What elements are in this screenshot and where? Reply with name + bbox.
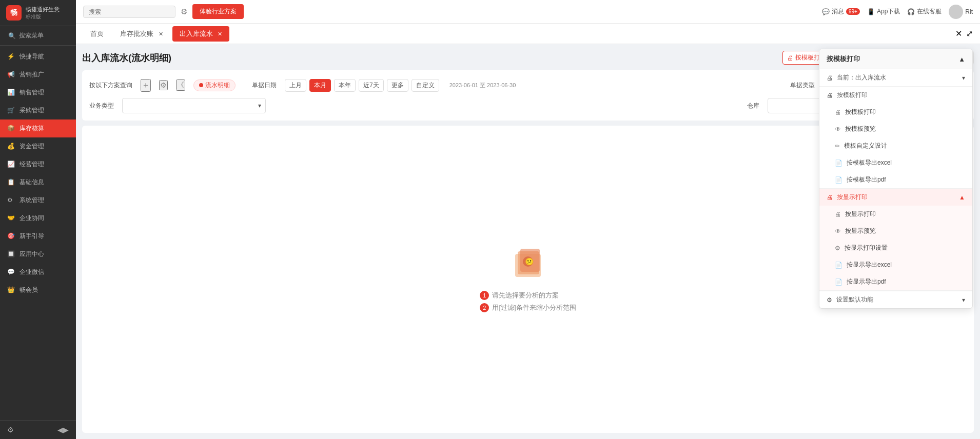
apps-icon: 🔲 [7, 250, 15, 258]
tab-batch[interactable]: 库存批次账 ✕ [113, 26, 170, 42]
sidebar-item-wechat[interactable]: 💬 企业微信 [0, 263, 76, 281]
display-pdf-icon: 📄 [835, 278, 842, 286]
sidebar-item-purchase[interactable]: 🛒 采购管理 [0, 102, 76, 119]
sidebar-item-system[interactable]: ⚙ 系统管理 [0, 191, 76, 209]
finance-icon: 💰 [7, 143, 15, 151]
sidebar-item-inventory[interactable]: 📦 库存核算 [0, 119, 76, 137]
dropdown-item-template-excel[interactable]: 📄 按模板导出excel [819, 154, 972, 171]
display-excel-icon: 📄 [835, 262, 842, 269]
topbar-right: 💬 消息 99+ 📱 App下载 🎧 在线客服 Rit [822, 5, 973, 19]
inventory-icon: 📦 [7, 125, 15, 133]
topbar-gear-icon[interactable]: ⚙ [181, 7, 187, 16]
default-icon: ⚙ [827, 296, 832, 304]
tab-flow[interactable]: 出入库流水 ✕ [172, 26, 230, 42]
empty-tips: 1 请先选择要分析的方案 2 用[过滤]条件来缩小分析范围 [480, 291, 576, 315]
set-default-button[interactable]: ⚙ 设置默认功能 ▾ [819, 291, 972, 308]
template-custom-icon: ✏ [835, 143, 840, 150]
sidebar-item-enterprise[interactable]: 🤝 企业协同 [0, 209, 76, 227]
dropdown-current-section: 🖨 当前：出入库流水 ▾ [819, 69, 972, 87]
dropdown-item-display-print[interactable]: 🖨 按显示打印 [819, 206, 972, 223]
topbar-search-input[interactable] [83, 6, 175, 18]
empty-illustration: 😕 [507, 244, 548, 285]
app-download-button[interactable]: 📱 App下载 [867, 7, 900, 16]
dropdown-display-section: 🖨 按显示打印 ▲ 🖨 按显示打印 👁 按显示预览 ⚙ 按显示打印设置 📄 按显… [819, 189, 972, 291]
template-preview-icon: 👁 [835, 126, 841, 133]
sidebar-item-finance[interactable]: 💰 资金管理 [0, 137, 76, 155]
display-print-icon: 🖨 [835, 211, 841, 218]
collapse-icon[interactable]: ◀▶ [57, 426, 69, 434]
biz-type-select[interactable]: ▾ [122, 98, 266, 113]
dropdown-arrow-icon: ▲ [958, 55, 965, 63]
biz-type-label: 业务类型 [89, 102, 114, 110]
trial-button[interactable]: 体验行业方案 [192, 4, 244, 19]
sidebar-item-sales[interactable]: 📊 销售管理 [0, 84, 76, 102]
sidebar-item-operation[interactable]: 📈 经营管理 [0, 155, 76, 173]
chevron-up-display-icon: ▲ [959, 194, 965, 201]
avatar [949, 5, 963, 19]
wechat-icon: 💬 [7, 268, 15, 276]
sidebar-item-marketing[interactable]: 📢 营销推广 [0, 66, 76, 84]
user-profile[interactable]: Rit [949, 5, 973, 19]
voucher-type-label: 单据类型 [790, 81, 815, 90]
search-icon: 🔍 [8, 32, 16, 39]
sidebar-item-basic[interactable]: 📋 基础信息 [0, 173, 76, 191]
filter-collapse-button[interactable]: 《 [176, 79, 185, 91]
sidebar-footer: ⚙ ◀▶ [0, 420, 76, 439]
quicknav-icon: ⚡ [7, 53, 15, 61]
dropdown-item-template-custom[interactable]: ✏ 模板自定义设计 [819, 137, 972, 154]
date-btn-last-month[interactable]: 上月 [285, 79, 306, 92]
date-btn-this-month[interactable]: 本月 [309, 79, 331, 92]
system-icon: ⚙ [7, 196, 15, 205]
tip-item-2: 2 用[过滤]条件来缩小分析范围 [480, 303, 576, 312]
tab-home[interactable]: 首页 [83, 26, 111, 42]
date-buttons: 上月 本月 本年 近7天 更多 自定义 [285, 79, 439, 92]
logo-icon: 畅 [6, 5, 22, 21]
date-btn-this-year[interactable]: 本年 [334, 79, 356, 92]
topbar-left: ⚙ 体验行业方案 [83, 4, 244, 19]
sidebar-search-button[interactable]: 🔍 搜索菜单 [5, 29, 71, 42]
svg-text:😕: 😕 [525, 257, 534, 266]
sidebar-item-guide[interactable]: 🎯 新手引导 [0, 227, 76, 245]
dropdown-panel: 按模板打印 ▲ 🖨 当前：出入库流水 ▾ 🖨 按模板打印 🖨 按模板打印 👁 按… [819, 49, 973, 309]
settings-icon[interactable]: ⚙ [7, 426, 14, 434]
dropdown-header: 按模板打印 ▲ [819, 49, 972, 69]
dropdown-item-template-print[interactable]: 🖨 按模板打印 [819, 104, 972, 121]
dropdown-item-template-pdf[interactable]: 📄 按模板导出pdf [819, 171, 972, 188]
logo-area: 畅 畅捷通好生意 标准版 [0, 0, 76, 26]
filter-tag: 流水明细 [193, 79, 236, 91]
close-window-icon[interactable]: ✕ [955, 29, 962, 38]
dropdown-display-header[interactable]: 🖨 按显示打印 ▲ [819, 189, 972, 206]
app-icon: 📱 [867, 8, 875, 15]
chevron-down-current-icon: ▾ [962, 74, 965, 82]
printer-small-icon: 🖨 [827, 74, 833, 82]
tab-batch-close[interactable]: ✕ [159, 31, 163, 37]
service-icon: 🎧 [907, 8, 915, 15]
online-service-button[interactable]: 🎧 在线客服 [907, 7, 942, 16]
sidebar-search-area: 🔍 搜索菜单 [0, 26, 76, 46]
maximize-icon[interactable]: ⤢ [966, 29, 973, 38]
date-btn-7days[interactable]: 近7天 [359, 79, 384, 92]
dropdown-template-header[interactable]: 🖨 按模板打印 [819, 87, 972, 104]
dropdown-item-display-excel[interactable]: 📄 按显示导出excel [819, 256, 972, 273]
date-btn-custom[interactable]: 自定义 [411, 79, 439, 92]
sidebar-item-member[interactable]: 👑 畅会员 [0, 281, 76, 299]
display-header-icon: 🖨 [827, 194, 833, 201]
filter-gear-button[interactable]: ⚙ [159, 80, 168, 90]
dropdown-item-display-preview[interactable]: 👁 按显示预览 [819, 223, 972, 240]
message-icon: 💬 [822, 8, 830, 15]
dropdown-item-display-settings[interactable]: ⚙ 按显示打印设置 [819, 240, 972, 256]
tab-bar: 首页 库存批次账 ✕ 出入库流水 ✕ ✕ ⤢ [76, 24, 980, 44]
message-button[interactable]: 💬 消息 99+ [822, 7, 860, 16]
dropdown-template-section: 🖨 按模板打印 🖨 按模板打印 👁 按模板预览 ✏ 模板自定义设计 📄 按模板导… [819, 87, 972, 189]
date-btn-more[interactable]: 更多 [387, 79, 408, 92]
sidebar-item-apps[interactable]: 🔲 应用中心 [0, 245, 76, 263]
dropdown-current-header[interactable]: 🖨 当前：出入库流水 ▾ [819, 69, 972, 86]
sales-icon: 📊 [7, 89, 15, 97]
dropdown-item-display-pdf[interactable]: 📄 按显示导出pdf [819, 273, 972, 290]
date-label: 单据日期 [252, 81, 277, 90]
tab-flow-close[interactable]: ✕ [218, 31, 222, 37]
marketing-icon: 📢 [7, 71, 15, 79]
dropdown-item-template-preview[interactable]: 👁 按模板预览 [819, 121, 972, 137]
filter-add-button[interactable]: ＋ [141, 79, 151, 92]
sidebar-item-quicknav[interactable]: ⚡ 快捷导航 [0, 48, 76, 66]
